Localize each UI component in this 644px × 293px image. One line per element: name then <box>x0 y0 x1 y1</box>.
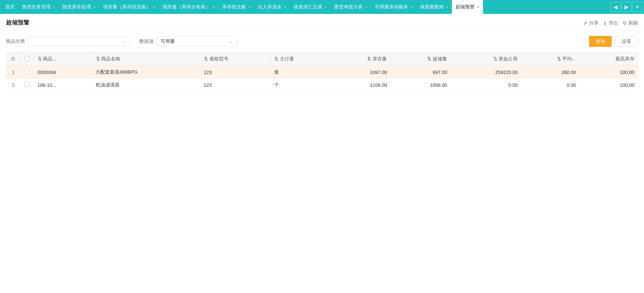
nav-item-available-account[interactable]: 可用量库存账本× <box>371 0 416 14</box>
cell-avg: 0.00 <box>522 79 580 92</box>
nav-item-inventory-status[interactable]: 现存量（库存状况表）× <box>99 0 159 14</box>
th-product-code-label: 商品... <box>43 56 56 62</box>
nav-item-label: 保质期查询 <box>420 4 444 10</box>
th-product-code[interactable]: ⇅ 商品... <box>34 52 92 66</box>
header-actions: ➚ 分享 ⇓ 导出 ↻ 刷新 <box>583 20 638 26</box>
export-icon: ⇓ <box>603 20 607 26</box>
nav-item-abnormal[interactable]: 拣货异常处理× <box>59 0 99 14</box>
nav-item-label: 要货单统计表 <box>334 4 363 10</box>
nav-item-label: 可用量库存账本 <box>375 4 408 10</box>
settings-gear-icon[interactable]: ⚙ <box>11 56 15 62</box>
nav-item-batch-account[interactable]: 库存批次账× <box>219 0 254 14</box>
nav-item-close-icon[interactable]: × <box>477 5 479 9</box>
row-checkbox-cell <box>21 79 34 92</box>
th-stock-label: 库存量 <box>373 56 387 62</box>
row-num: 1 <box>6 66 21 79</box>
th-unit-label: 主计量 <box>280 56 294 62</box>
refresh-button[interactable]: ↻ 刷新 <box>623 20 638 26</box>
export-button[interactable]: ⇓ 导出 <box>603 20 618 26</box>
th-spec[interactable]: ⇅ 规格型号 <box>200 52 271 66</box>
cell-stock: 1106.00 <box>331 79 391 92</box>
nav-item-close-icon[interactable]: × <box>365 5 367 9</box>
nav-item-close-icon[interactable]: × <box>153 5 155 9</box>
data-table: ⚙ ⇅ 商品... ⇅ 商品名称 ⇅ 规格型号 <box>6 52 638 92</box>
cell-capital: 259220.00 <box>451 66 521 79</box>
cell-product-code: 0000004 <box>34 66 92 79</box>
nav-item-close-icon[interactable]: × <box>446 5 448 9</box>
select-all-checkbox[interactable] <box>25 56 30 61</box>
nav-bar: 首页拣货任务管理×拣货异常处理×现存量（库存状况表）×现存量（库存分布表）×库存… <box>0 0 644 14</box>
row-num: 2 <box>6 79 21 92</box>
th-stock[interactable]: ⇅ 库存量 <box>331 52 391 66</box>
th-overstock[interactable]: ⇅ 超储量 <box>391 52 451 66</box>
th-avg[interactable]: ⇅ 平均... <box>522 52 580 66</box>
nav-item-inout-flow[interactable]: 出入库流水× <box>254 0 290 14</box>
nav-item-close-icon[interactable]: × <box>93 5 95 9</box>
cell-max-stock: 100.00 <box>580 79 638 92</box>
nav-item-close-icon[interactable]: × <box>410 5 413 9</box>
nav-item-label: 拣货任务管理 <box>22 4 51 10</box>
nav-item-label: 超储预警 <box>455 4 475 10</box>
th-spec-label: 规格型号 <box>209 56 228 62</box>
cell-overstock: 997.00 <box>391 66 451 79</box>
nav-item-label: 拣货异常处理 <box>62 4 91 10</box>
cell-spec: 123 <box>200 79 271 92</box>
refresh-label: 刷新 <box>629 20 638 26</box>
page-title: 超储预警 <box>6 19 29 27</box>
settings-button[interactable]: 设置 <box>615 36 638 47</box>
nav-item-label: 现存量（库存分布表） <box>162 4 210 10</box>
th-checkbox <box>21 52 34 66</box>
nav-item-close-icon[interactable]: × <box>325 5 327 9</box>
cell-product-code: 186-10... <box>34 79 92 92</box>
nav-item-close-icon[interactable]: × <box>248 5 250 9</box>
th-avg-label: 平均... <box>562 56 576 62</box>
nav-item-close-icon[interactable]: × <box>53 5 55 9</box>
nav-item-overstock-alert[interactable]: 超储预警× <box>452 0 483 14</box>
export-label: 导出 <box>609 20 618 26</box>
nav-close-button[interactable]: ✕ <box>632 2 643 12</box>
nav-item-task-mgmt[interactable]: 拣货任务管理× <box>18 0 59 14</box>
cell-spec: 123 <box>200 66 271 79</box>
datasource-label: 数据源 <box>139 38 154 45</box>
nav-item-label: 现存量（库存状况表） <box>103 4 151 10</box>
category-label: 商品分类 <box>6 38 25 45</box>
filter-buttons: 查询 设置 <box>589 36 638 47</box>
th-product-name[interactable]: ⇅ 商品名称 <box>92 52 200 66</box>
nav-item-collect-summary[interactable]: 收发存汇总表× <box>290 0 330 14</box>
refresh-icon: ↻ <box>623 20 627 26</box>
datasource-filter: 数据源 可用量 ⌄ <box>139 36 237 47</box>
table-row: 10000004六配套新昌490BPG123套1097.00997.002592… <box>6 66 638 79</box>
nav-item-close-icon[interactable]: × <box>212 5 215 9</box>
nav-next-button[interactable]: ▶ <box>621 2 632 12</box>
nav-item-order-stats[interactable]: 要货单统计表× <box>330 0 371 14</box>
th-unit[interactable]: ⇅ 主计量 <box>271 52 331 66</box>
th-product-name-label: 商品名称 <box>101 56 120 62</box>
row-checkbox[interactable] <box>25 82 30 87</box>
th-max-stock-label: 最高库存 <box>615 56 634 62</box>
nav-item-label: 收发存汇总表 <box>294 4 322 10</box>
th-capital[interactable]: ⇅ 资金占用 <box>451 52 521 66</box>
th-max-stock: 最高库存 <box>580 52 638 66</box>
table-container: ⚙ ⇅ 商品... ⇅ 商品名称 ⇅ 规格型号 <box>0 52 644 92</box>
row-checkbox[interactable] <box>25 69 30 74</box>
nav-item-inventory-dist[interactable]: 现存量（库存分布表）× <box>159 0 218 14</box>
row-checkbox-cell <box>21 66 34 79</box>
table-row: 2186-10...机油滤清器123个1106.001006.000.000.0… <box>6 79 638 92</box>
share-label: 分享 <box>589 20 599 26</box>
nav-item-home[interactable]: 首页 <box>1 0 18 14</box>
nav-item-close-icon[interactable]: × <box>284 5 286 9</box>
share-button[interactable]: ➚ 分享 <box>583 20 599 26</box>
datasource-select[interactable]: 可用量 ⌄ <box>157 36 237 47</box>
query-button[interactable]: 查询 <box>589 36 612 47</box>
nav-prev-button[interactable]: ◀ <box>610 2 621 12</box>
datasource-select-value: 可用量 <box>161 38 175 45</box>
page-header: 超储预警 ➚ 分享 ⇓ 导出 ↻ 刷新 <box>0 14 644 31</box>
cell-unit: 个 <box>271 79 331 92</box>
share-icon: ➚ <box>583 20 588 26</box>
nav-item-label: 库存批次账 <box>222 4 246 10</box>
filter-row: 商品分类 ⌄ 数据源 可用量 ⌄ 查询 设置 <box>0 31 644 52</box>
category-select[interactable]: ⌄ <box>28 37 131 46</box>
category-filter: 商品分类 ⌄ <box>6 37 131 46</box>
cell-overstock: 1006.00 <box>391 79 451 92</box>
nav-item-quality-check[interactable]: 保质期查询× <box>416 0 452 14</box>
